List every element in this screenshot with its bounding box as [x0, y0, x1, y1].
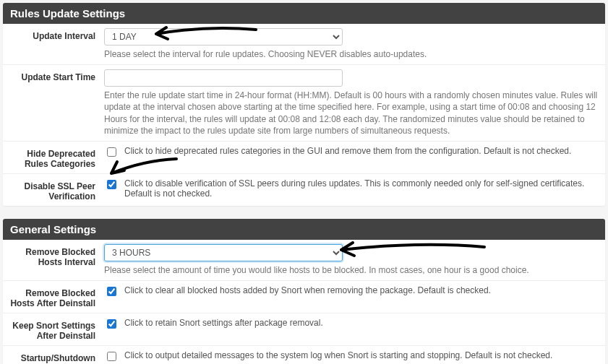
keep-settings-checkbox[interactable] [107, 319, 116, 329]
remove-after-deinstall-desc: Click to clear all blocked hosts added b… [124, 285, 491, 295]
remove-blocked-interval-hint: Please select the amount of time you wou… [104, 264, 598, 276]
startup-logging-checkbox[interactable] [107, 352, 116, 361]
update-interval-select[interactable]: 1 DAY [104, 28, 343, 46]
keep-settings-desc: Click to retain Snort settings after pac… [124, 318, 323, 328]
hide-deprecated-label: Hide Deprecated Rules Categories [3, 146, 104, 169]
remove-blocked-interval-select[interactable]: 3 HOURS [104, 244, 343, 261]
startup-logging-desc: Click to output detailed messages to the… [124, 350, 552, 360]
general-heading: General Settings [3, 219, 605, 240]
startup-logging-label: Startup/Shutdown Logging [3, 350, 104, 364]
general-settings-panel: General Settings Remove Blocked Hosts In… [3, 219, 605, 364]
rules-update-panel: Rules Update Settings Update Interval 1 … [3, 3, 605, 206]
arrow-icon [333, 240, 492, 262]
disable-ssl-label: Disable SSL Peer Verification [3, 178, 104, 202]
remove-after-deinstall-checkbox[interactable] [107, 287, 116, 296]
keep-settings-label: Keep Snort Settings After Deinstall [3, 318, 104, 341]
disable-ssl-checkbox[interactable] [107, 180, 116, 189]
hide-deprecated-checkbox[interactable] [107, 147, 116, 157]
remove-after-deinstall-label: Remove Blocked Hosts After Deinstall [3, 285, 104, 308]
remove-blocked-interval-label: Remove Blocked Hosts Interval [3, 244, 104, 276]
update-start-time-label: Update Start Time [3, 69, 104, 136]
disable-ssl-desc: Click to disable verification of SSL pee… [124, 178, 598, 199]
rules-heading: Rules Update Settings [3, 3, 605, 24]
update-start-time-hint: Enter the rule update start time in 24-h… [104, 90, 598, 136]
update-start-time-input[interactable] [104, 69, 343, 87]
update-interval-hint: Please select the interval for rule upda… [104, 48, 598, 60]
hide-deprecated-desc: Click to hide deprecated rules categorie… [124, 146, 571, 156]
update-interval-label: Update Interval [3, 28, 104, 60]
